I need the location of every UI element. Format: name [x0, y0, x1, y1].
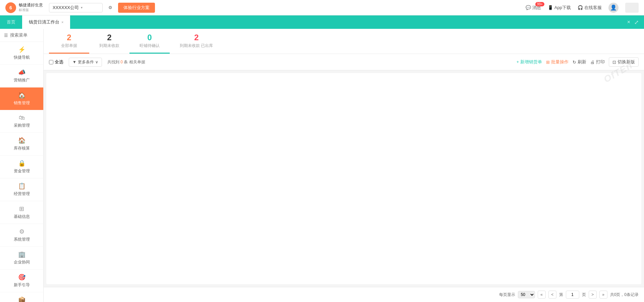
purchase-icon: 🛍: [19, 114, 25, 121]
sidebar-item-system[interactable]: ⚙ 系统管理: [0, 224, 43, 247]
settings-button[interactable]: ⚙: [105, 3, 115, 13]
prev-page-icon: <: [551, 292, 553, 297]
operations-icon: 📋: [18, 182, 25, 190]
sidebar-item-guide[interactable]: 🎯 新手引导: [0, 269, 43, 292]
quick-nav-icon: ⚡: [18, 46, 25, 53]
filter-button[interactable]: ▼ 更多条件 ∨: [69, 58, 102, 67]
sidebar-item-operations[interactable]: 📋 经营管理: [0, 178, 43, 201]
sales-icon: 🏠: [18, 92, 25, 99]
last-page-icon: »: [602, 292, 604, 297]
stat-all-label: 全部单据: [61, 43, 77, 49]
tab-workbench[interactable]: 钱货日清工作台 ×: [22, 15, 70, 29]
main-layout: ☰ 搜索菜单 ⚡ 快捷导航 📣 营销推广 🏠 销售管理 🛍 采购管理 🏠 库存核…: [0, 29, 644, 302]
sidebar: ☰ 搜索菜单 ⚡ 快捷导航 📣 营销推广 🏠 销售管理 🛍 采购管理 🏠 库存核…: [0, 29, 44, 302]
toolbar-right: + 新增销货单 ⊞ 批量操作 ↻ 刷新 🖨 打印 ⊡ 切换新版: [517, 57, 639, 67]
prev-page-button[interactable]: <: [548, 291, 556, 299]
toolbar: 全选 ▼ 更多条件 ∨ 共找到 0 条 相关单据 + 新增销货单 ⊞ 批量操作: [44, 54, 644, 70]
print-icon: 🖨: [590, 60, 595, 65]
content-area: 2 全部单据 2 到期未收款 0 旺铺待确认 2 到期未收款 已出库 全选: [44, 29, 644, 302]
user-menu[interactable]: [625, 3, 639, 13]
tab-actions: × ⤢: [627, 19, 644, 25]
stats-tabs: 2 全部单据 2 到期未收款 0 旺铺待确认 2 到期未收款 已出库: [44, 29, 644, 54]
first-page-icon: «: [540, 292, 543, 297]
header-right: 💬 消息 99+ 📱 App下载 🎧 在线客服 👤: [526, 3, 639, 13]
sidebar-item-app-center[interactable]: 📦 应用中心: [0, 292, 43, 302]
chevron-down-icon: ▾: [81, 6, 83, 9]
refresh-button[interactable]: ↻ 刷新: [573, 59, 586, 65]
select-all-input[interactable]: [49, 60, 53, 64]
last-page-button[interactable]: »: [599, 291, 607, 299]
batch-icon: ⊞: [546, 60, 550, 65]
company-name: XXXXXX公司: [53, 5, 79, 11]
page-number-input[interactable]: [566, 291, 579, 299]
download-icon: 📱: [548, 5, 553, 10]
app-title: 畅捷通好生意: [19, 3, 43, 8]
stat-shipped-number: 2: [194, 33, 199, 42]
message-icon: 💬: [526, 5, 531, 10]
filter-icon: ▼: [72, 60, 76, 64]
sidebar-item-marketing[interactable]: 📣 营销推广: [0, 65, 43, 87]
stat-all-number: 2: [67, 33, 71, 42]
top-header: 6 畅捷通好生意 标准版 XXXXXX公司 ▾ ⚙ 体验行业方案 💬 消息 99…: [0, 0, 644, 15]
logo-icon: 6: [5, 2, 16, 13]
tab-home[interactable]: 首页: [0, 15, 22, 29]
user-icon: 👤: [610, 4, 617, 11]
found-text: 共找到 0 条 相关单据: [107, 59, 145, 65]
experience-button[interactable]: 体验行业方案: [118, 3, 155, 13]
sidebar-item-inventory[interactable]: 🏠 库存核算: [0, 133, 43, 156]
message-button[interactable]: 💬 消息 99+: [526, 5, 541, 11]
guide-icon: 🎯: [18, 274, 25, 281]
stat-pending-label: 旺铺待确认: [140, 43, 160, 49]
service-icon: 🎧: [578, 5, 583, 10]
stat-overdue-label: 到期未收款: [99, 43, 119, 49]
tab-close-icon[interactable]: ×: [61, 20, 63, 24]
tab-close-button[interactable]: ×: [627, 19, 630, 25]
next-page-icon: >: [591, 292, 594, 297]
select-all-checkbox[interactable]: 全选: [49, 59, 63, 65]
sidebar-item-purchase[interactable]: 🛍 采购管理: [0, 110, 43, 133]
sidebar-item-sales[interactable]: 🏠 销售管理: [0, 87, 43, 110]
next-page-button[interactable]: >: [589, 291, 597, 299]
marketing-icon: 📣: [18, 69, 25, 76]
pagination-bar: 每页显示 50 100 200 « < 第 页 > » 共0页，0条记录: [44, 287, 644, 302]
sidebar-item-quick-nav[interactable]: ⚡ 快捷导航: [0, 42, 43, 65]
message-badge: 99+: [535, 2, 544, 6]
gear-icon: ⚙: [108, 5, 112, 10]
sidebar-search[interactable]: ☰ 搜索菜单: [0, 29, 43, 42]
stat-tab-overdue[interactable]: 2 到期未收款: [89, 29, 129, 54]
logo-area: 6 畅捷通好生意 标准版: [5, 2, 49, 13]
stat-shipped-label: 到期未收款 已出库: [180, 43, 213, 49]
app-subtitle: 标准版: [19, 8, 43, 12]
batch-operation-button[interactable]: ⊞ 批量操作: [546, 59, 569, 65]
sidebar-item-finance[interactable]: 🔒 资金管理: [0, 156, 43, 178]
switch-icon: ⊡: [612, 60, 616, 65]
basic-info-icon: ⊞: [19, 205, 24, 213]
refresh-icon: ↻: [573, 60, 576, 65]
stat-tab-shipped[interactable]: 2 到期未收款 已出库: [170, 29, 223, 54]
stat-overdue-number: 2: [107, 33, 111, 42]
stat-pending-number: 0: [147, 33, 152, 42]
app-download-button[interactable]: 📱 App下载: [548, 5, 571, 11]
first-page-button[interactable]: «: [538, 291, 546, 299]
sidebar-item-basic-info[interactable]: ⊞ 基础信息: [0, 201, 43, 224]
finance-icon: 🔒: [18, 160, 25, 167]
stat-tab-pending[interactable]: 0 旺铺待确认: [129, 29, 170, 54]
stat-tab-all[interactable]: 2 全部单据: [49, 29, 89, 54]
tab-bar: 首页 钱货日清工作台 × × ⤢: [0, 15, 644, 29]
online-service-button[interactable]: 🎧 在线客服: [578, 5, 602, 11]
system-icon: ⚙: [19, 228, 24, 235]
switch-new-version-button[interactable]: ⊡ 切换新版: [609, 57, 639, 67]
tab-expand-button[interactable]: ⤢: [634, 19, 639, 25]
table-area: [46, 73, 641, 284]
enterprise-icon: 🏢: [18, 251, 25, 258]
print-button[interactable]: 🖨 打印: [590, 59, 605, 65]
avatar[interactable]: 👤: [608, 3, 619, 13]
add-sales-order-button[interactable]: + 新增销货单: [517, 59, 542, 65]
company-selector[interactable]: XXXXXX公司 ▾: [49, 3, 103, 12]
app-center-icon: 📦: [18, 296, 25, 302]
chevron-icon: ∨: [95, 60, 98, 64]
sidebar-item-enterprise[interactable]: 🏢 企业协同: [0, 247, 43, 269]
search-icon: ☰: [4, 33, 8, 38]
page-size-select[interactable]: 50 100 200: [518, 291, 535, 298]
inventory-icon: 🏠: [18, 137, 25, 144]
